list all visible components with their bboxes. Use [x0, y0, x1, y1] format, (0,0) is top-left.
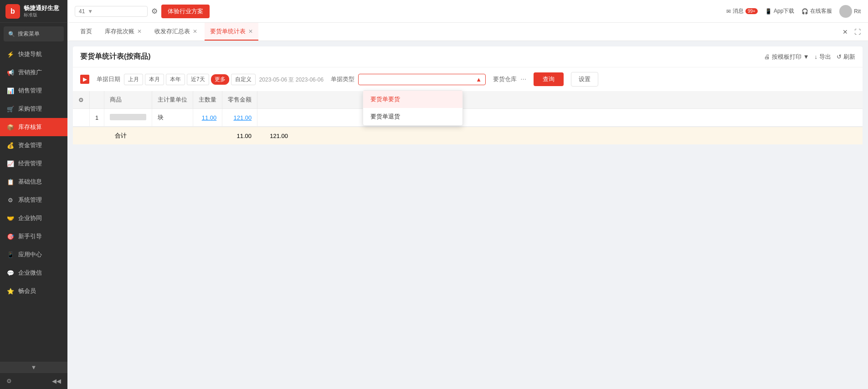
this-year-btn[interactable]: 本年 — [166, 74, 185, 85]
dropdown-item-order-in[interactable]: 要货单要货 — [363, 91, 462, 108]
purchase-icon: 🛒 — [6, 105, 15, 113]
sidebar-item-label: 资金管理 — [18, 141, 42, 149]
support-btn[interactable]: 🎧 在线客服 — [801, 7, 832, 15]
query-button[interactable]: 查询 — [534, 72, 564, 86]
marketing-icon: 📢 — [6, 68, 15, 77]
cell-amount[interactable]: 121.00 — [222, 109, 257, 127]
tab-close-icon[interactable]: ✕ — [248, 28, 253, 35]
tab-close-icon[interactable]: ✕ — [193, 28, 197, 35]
settings-button[interactable]: 设置 — [571, 72, 598, 87]
refresh-btn[interactable]: ↺ 刷新 — [837, 53, 855, 61]
sales-icon: 📊 — [6, 87, 15, 95]
sidebar-item-operations[interactable]: 📈 经营管理 — [0, 154, 67, 173]
warehouse-filter-section: 要货仓库 ··· — [493, 75, 526, 83]
wechat-icon: 💬 — [6, 269, 15, 277]
tab-label: 要货单统计表 — [210, 27, 246, 36]
sidebar-item-wechat[interactable]: 💬 企业微信 — [0, 264, 67, 282]
member-icon: ⭐ — [6, 287, 15, 295]
window-expand-btn[interactable]: ⛶ — [854, 28, 861, 36]
sidebar-item-purchase[interactable]: 🛒 采购管理 — [0, 100, 67, 118]
sidebar-item-guide[interactable]: 🎯 新手引导 — [0, 227, 67, 246]
tab-receive-summary[interactable]: 收发存汇总表 ✕ — [149, 23, 203, 41]
sidebar-item-finance[interactable]: 💰 资金管理 — [0, 136, 67, 154]
user-avatar — [839, 5, 852, 18]
page-title: 要货单统计表(按商品) — [80, 52, 151, 61]
export-icon: ↓ — [815, 53, 818, 60]
filter-expand-btn[interactable]: ▶ — [80, 75, 89, 84]
topbar-left: 41 ▼ ⚙ 体验行业方案 — [75, 5, 721, 18]
topbar-settings-icon[interactable]: ⚙ — [151, 7, 158, 15]
window-close-btn[interactable]: ✕ — [842, 28, 848, 36]
sidebar-item-base[interactable]: 📋 基础信息 — [0, 173, 67, 191]
7days-btn[interactable]: 近7天 — [187, 74, 209, 85]
type-filter-input[interactable] — [362, 76, 474, 83]
type-filter-input-wrap[interactable]: ▲ — [358, 74, 486, 85]
tab-home[interactable]: 首页 — [75, 23, 98, 41]
warehouse-more-icon[interactable]: ··· — [520, 75, 526, 83]
appstore-icon: 📱 — [6, 251, 15, 259]
tabs-bar: 首页 库存批次账 ✕ 收发存汇总表 ✕ 要货单统计表 ✕ ✕ ⛶ — [67, 23, 868, 41]
sidebar-item-system[interactable]: ⚙ 系统管理 — [0, 191, 67, 209]
sidebar-item-label: 应用中心 — [18, 251, 42, 259]
messages-label: 消息 — [733, 7, 744, 15]
type-filter-label: 单据类型 — [331, 75, 354, 83]
date-filter-section: 单据日期 上月 本月 本年 近7天 更多 自定义 2023-05-06 至 20… — [97, 74, 324, 85]
page-header: 要货单统计表(按商品) 🖨 按模板打印 ▼ ↓ 导出 ↺ 刷新 — [73, 46, 863, 67]
tab-home-label: 首页 — [80, 27, 92, 36]
custom-btn[interactable]: 自定义 — [231, 74, 256, 85]
col-amount: 零售金额 — [222, 91, 257, 109]
cell-product — [104, 109, 152, 127]
refresh-icon: ↺ — [837, 53, 842, 60]
tab-label: 收发存汇总表 — [154, 27, 190, 36]
sidebar-item-inventory[interactable]: 📦 库存核算 — [0, 118, 67, 136]
sidebar-item-appstore[interactable]: 📱 应用中心 — [0, 246, 67, 264]
sidebar-search[interactable]: 🔍 搜索菜单 — [4, 26, 64, 41]
last-month-btn[interactable]: 上月 — [124, 74, 143, 85]
app-download-btn[interactable]: 📱 App下载 — [765, 7, 794, 15]
tab-label: 库存批次账 — [105, 27, 134, 36]
sidebar-item-label: 快捷导航 — [18, 50, 42, 58]
sidebar-scroll-down[interactable]: ▼ — [0, 362, 67, 373]
sidebar-collapse-btn[interactable]: ◀◀ — [52, 378, 61, 384]
chevron-up-icon[interactable]: ▲ — [476, 76, 482, 83]
tab-batch-account[interactable]: 库存批次账 ✕ — [99, 23, 147, 41]
tab-close-icon[interactable]: ✕ — [137, 28, 142, 35]
support-label: 在线客服 — [810, 7, 832, 15]
operations-icon: 📈 — [6, 159, 15, 168]
trial-button[interactable]: 体验行业方案 — [161, 5, 210, 18]
company-selector[interactable]: 41 ▼ — [75, 6, 148, 17]
col-settings[interactable]: ⚙ — [73, 91, 90, 109]
date-filter-label: 单据日期 — [97, 75, 120, 83]
sidebar-item-enterprise[interactable]: 🤝 企业协同 — [0, 209, 67, 227]
sidebar-item-marketing[interactable]: 📢 营销推广 — [0, 63, 67, 82]
guide-icon: 🎯 — [6, 232, 15, 241]
sidebar: b 畅捷通好生意 标准版 🔍 搜索菜单 ⚡ 快捷导航 📢 营销推广 📊 销售管理… — [0, 0, 67, 389]
company-name: 41 — [79, 8, 85, 15]
logo-icon: b — [5, 4, 20, 19]
messages-btn[interactable]: ✉ 消息 99+ — [726, 7, 758, 15]
logo-text: 畅捷通好生意 标准版 — [24, 5, 59, 18]
footer-total-qty: 11.00 — [215, 133, 252, 139]
sidebar-item-member[interactable]: ⭐ 畅会员 — [0, 282, 67, 300]
sidebar-item-label: 采购管理 — [18, 105, 42, 113]
sidebar-settings-btn[interactable]: ⚙ — [6, 378, 12, 384]
this-month-btn[interactable]: 本月 — [145, 74, 164, 85]
sidebar-item-quick-nav[interactable]: ⚡ 快捷导航 — [0, 45, 67, 63]
enterprise-icon: 🤝 — [6, 214, 15, 222]
page-actions: 🖨 按模板打印 ▼ ↓ 导出 ↺ 刷新 — [764, 53, 855, 61]
dropdown-item-order-out[interactable]: 要货单退货 — [363, 108, 462, 125]
finance-icon: 💰 — [6, 141, 15, 149]
more-btn[interactable]: 更多 — [211, 74, 229, 85]
cell-qty[interactable]: 11.00 — [193, 109, 222, 127]
sidebar-item-sales[interactable]: 📊 销售管理 — [0, 82, 67, 100]
filter-bar: ▶ 单据日期 上月 本月 本年 近7天 更多 自定义 2023-05-06 至 … — [73, 67, 863, 91]
sidebar-item-label: 基础信息 — [18, 178, 42, 186]
print-btn[interactable]: 🖨 按模板打印 ▼ — [764, 53, 809, 61]
print-icon: 🖨 — [764, 53, 770, 60]
col-empty — [257, 91, 863, 109]
export-btn[interactable]: ↓ 导出 — [815, 53, 832, 61]
sidebar-item-label: 经营管理 — [18, 159, 42, 168]
tab-order-stats[interactable]: 要货单统计表 ✕ — [205, 23, 258, 41]
search-icon: 🔍 — [8, 31, 15, 37]
user-menu[interactable]: Rit — [839, 5, 861, 18]
